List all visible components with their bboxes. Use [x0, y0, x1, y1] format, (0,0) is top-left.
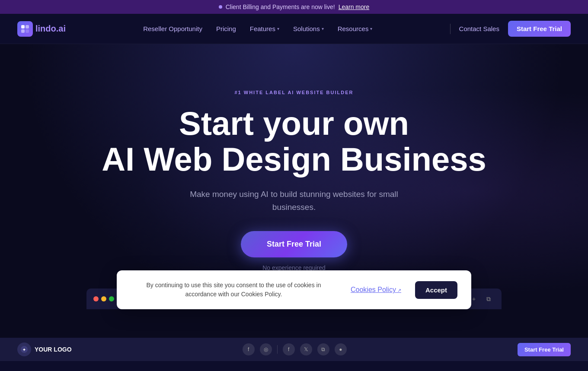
contact-sales-link[interactable]: Contact Sales — [459, 25, 499, 32]
nav-divider — [450, 24, 451, 34]
browser-dot-red — [93, 296, 99, 301]
social-icon-link[interactable]: ⧉ — [317, 343, 329, 355]
accept-cookie-button[interactable]: Accept — [415, 281, 457, 299]
learn-more-link[interactable]: Learn more — [339, 3, 370, 10]
cookie-text: By continuing to use this site you conse… — [131, 281, 337, 299]
footer-logo-text: YOUR LOGO — [35, 346, 72, 353]
social-icon-twitter[interactable]: 𝕏 — [300, 343, 312, 355]
footer-logo-icon: ✦ — [17, 342, 31, 356]
social-icon-facebook2[interactable]: f — [283, 343, 295, 355]
nav-item-solutions[interactable]: Solutions ▾ — [293, 25, 324, 32]
svg-rect-3 — [26, 29, 29, 33]
social-icon-facebook[interactable]: f — [243, 343, 255, 355]
hero-section: #1 WHITE LABEL AI WEBSITE BUILDER Start … — [0, 44, 588, 338]
announcement-dot — [219, 5, 222, 9]
browser-copy-icon[interactable]: ⧉ — [483, 293, 495, 305]
social-icon-instagram[interactable]: ◎ — [260, 343, 272, 355]
logo-icon — [17, 21, 33, 37]
nav-links: Reseller Opportunity Pricing Features ▾ … — [143, 25, 372, 32]
announcement-bar: Client Billing and Payments are now live… — [0, 0, 588, 14]
hero-title: Start your own AI Web Design Business — [102, 105, 486, 178]
cookie-banner: By continuing to use this site you conse… — [117, 270, 471, 309]
nav-item-resources[interactable]: Resources ▾ — [338, 25, 373, 32]
social-divider — [277, 345, 278, 354]
announcement-text: Client Billing and Payments are now live… — [226, 3, 335, 10]
footer-social-icons: f ◎ f 𝕏 ⧉ ● — [243, 343, 347, 355]
logo-text: lindo.ai — [35, 24, 66, 34]
logo[interactable]: lindo.ai — [17, 21, 66, 37]
browser-mockup: ☰ ‹ ⬇ ⬆ + ⧉ By continuing to use this si… — [86, 289, 502, 309]
nav-item-features[interactable]: Features ▾ — [250, 25, 279, 32]
footer-strip: ✦ YOUR LOGO f ◎ f 𝕏 ⧉ ● Start Free Trial — [0, 338, 588, 361]
navbar: lindo.ai Reseller Opportunity Pricing Fe… — [0, 14, 588, 44]
chevron-down-icon: ▾ — [277, 26, 279, 31]
start-trial-nav-button[interactable]: Start Free Trial — [508, 21, 571, 37]
social-icon-other[interactable]: ● — [335, 343, 347, 355]
svg-rect-0 — [21, 25, 25, 29]
svg-rect-1 — [26, 25, 29, 29]
chevron-down-icon: ▾ — [322, 26, 324, 31]
start-trial-hero-button[interactable]: Start Free Trial — [241, 231, 347, 257]
nav-right: Contact Sales Start Free Trial — [450, 21, 571, 37]
browser-dot-yellow — [101, 296, 106, 301]
footer-logo: ✦ YOUR LOGO — [17, 342, 72, 356]
hero-subtitle: Make money using AI to build stunning we… — [169, 188, 419, 214]
chevron-down-icon: ▾ — [370, 26, 372, 31]
nav-item-reseller[interactable]: Reseller Opportunity — [143, 25, 202, 32]
svg-text:✦: ✦ — [22, 348, 26, 352]
browser-dots — [93, 296, 114, 301]
cookie-policy-link[interactable]: Cookies Policy — [351, 286, 401, 294]
footer-cta-button[interactable]: Start Free Trial — [518, 343, 571, 356]
hero-badge: #1 WHITE LABEL AI WEBSITE BUILDER — [234, 90, 353, 95]
browser-dot-green — [109, 296, 114, 301]
nav-item-pricing[interactable]: Pricing — [216, 25, 236, 32]
svg-rect-2 — [21, 29, 25, 33]
